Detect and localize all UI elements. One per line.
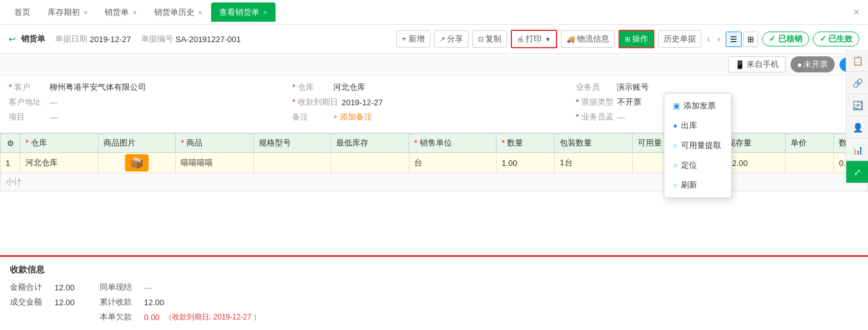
operation-dropdown: ▣ 添加发票 ● 出库 ○ 可用量提取 ○ 定位 ○ 刷新 [664, 93, 732, 198]
transaction-row: 成交金额 12.00 [10, 297, 75, 308]
dropdown-item-invoice[interactable]: ▣ 添加发票 [664, 96, 731, 116]
cumulative-value: 12.00 [144, 298, 165, 307]
share-button[interactable]: ↗ 分享 [434, 30, 469, 48]
print-button[interactable]: 🖨 打印 ▼ [511, 30, 557, 48]
note-field: 备注 + 添加备注 [292, 111, 576, 123]
project-value: — [50, 113, 58, 122]
effective-label: 已生效 [828, 34, 853, 43]
refresh-label: 刷新 [681, 180, 697, 191]
tab-home[interactable]: 首页 [6, 2, 38, 22]
share-label: 分享 [447, 33, 463, 45]
transaction-label: 成交金额 [10, 297, 50, 308]
invoice-icon: ▣ [673, 102, 680, 110]
new-button[interactable]: + 新增 [396, 30, 430, 48]
logistics-label: 物流信息 [577, 33, 609, 45]
payment-info: 收款信息 金额合计 12.00 成交金额 12.00 同单现结 — [10, 264, 270, 323]
status-icon: ● [797, 60, 802, 69]
window-close-button[interactable]: × [851, 4, 862, 20]
phone-icon: 📱 [735, 60, 745, 69]
tab-label: 库存期初 [48, 7, 80, 18]
doc-title-area: ↩ 销货单 [9, 33, 45, 45]
dropdown-item-locate[interactable]: ○ 定位 [664, 155, 731, 175]
tab-view-sales[interactable]: 查看销货单 × [211, 2, 275, 22]
sub-toolbar: 📱 来自手机 ● 未开票 © [0, 54, 868, 76]
doc-meta: 单据日期 2019-12-27 单据编号 SA-20191227-001 [55, 33, 241, 45]
operation-button[interactable]: ⊞ 操作 [618, 30, 654, 48]
doc-header: ↩ 销货单 单据日期 2019-12-27 单据编号 SA-20191227-0… [0, 25, 868, 54]
project-field: 项目 — [9, 111, 292, 123]
staff-label: 业务员 [576, 82, 613, 93]
from-phone-button[interactable]: 📱 来自手机 [728, 56, 786, 72]
print-label: 打印 [526, 33, 542, 45]
dropdown-item-refresh[interactable]: ○ 刷新 [664, 175, 731, 195]
right-icon-4[interactable]: 👤 [846, 116, 868, 139]
tab-close-icon[interactable]: × [132, 9, 136, 16]
right-icon-1[interactable]: 📋 [846, 50, 868, 72]
address-value: — [50, 98, 58, 107]
right-icon-2[interactable]: 🔗 [846, 72, 868, 94]
same-order-label: 同单现结 [100, 282, 139, 293]
list-view-button[interactable]: ☰ [726, 32, 742, 47]
col-product: 商品 [176, 134, 254, 153]
history-button[interactable]: 历史单据 [658, 30, 701, 48]
transaction-value: 12.00 [54, 298, 75, 307]
payment-col-1: 金额合计 12.00 成交金额 12.00 [10, 282, 75, 323]
col-config[interactable]: ⚙ [1, 134, 20, 153]
add-note-button[interactable]: + 添加备注 [333, 111, 372, 123]
next-arrow[interactable]: › [716, 34, 723, 44]
due-date-note: （收款到期日: 2019-12-27 ） [165, 312, 261, 323]
warehouse-value: 河北仓库 [333, 82, 365, 93]
tab-inventory[interactable]: 库存期初 × [40, 2, 95, 22]
outbound-label: 出库 [681, 120, 697, 131]
col-spec: 规格型号 [253, 134, 331, 153]
col-image: 商品图片 [98, 134, 176, 153]
project-label: 项目 [9, 111, 46, 123]
tab-bar: 首页 库存期初 × 销货单 × 销货单历史 × 查看销货单 × × [0, 0, 868, 25]
prev-arrow[interactable]: ‹ [705, 34, 712, 44]
tab-label: 销货单 [105, 7, 129, 18]
tab-sales[interactable]: 销货单 × [97, 2, 144, 22]
row-product: 嘻嘻嘻嘻 [176, 153, 254, 173]
staff-value: 演示账号 [617, 82, 649, 93]
tab-close-icon[interactable]: × [84, 9, 87, 16]
right-icon-5[interactable]: 📊 [846, 139, 868, 161]
dropdown-item-available[interactable]: ○ 可用量提取 [664, 136, 731, 155]
subtotal-row: 小计 [1, 173, 868, 191]
tab-close-icon[interactable]: × [263, 9, 267, 16]
right-icon-3[interactable]: 🔄 [846, 94, 868, 116]
doc-title: 销货单 [21, 33, 45, 45]
grid-view-button[interactable]: ⊞ [743, 32, 758, 47]
table-row: 1 河北仓库 📦 嘻嘻嘻嘻 台 1.00 1台 12.00 0. [1, 153, 868, 173]
logistics-button[interactable]: 🚚 物流信息 [561, 30, 615, 48]
current-due-value: 0.00 [144, 313, 160, 322]
col-min-stock: 最低库存 [331, 134, 409, 153]
tab-sales-history[interactable]: 销货单历史 × [146, 2, 210, 22]
outbound-icon: ● [673, 121, 677, 130]
cumulative-label: 累计收款 [100, 297, 139, 308]
main-content: ↩ 销货单 单据日期 2019-12-27 单据编号 SA-20191227-0… [0, 25, 868, 330]
col-unit: 销售单位 [409, 134, 496, 153]
toolbar: + 新增 ↗ 分享 ⊡ 复制 🖨 打印 ▼ 🚚 物流信息 ⊞ 操作 [396, 30, 859, 48]
tab-label: 销货单历史 [154, 7, 194, 18]
row-qty: 1.00 [497, 153, 555, 173]
staff-field: 业务员 演示账号 [576, 82, 859, 93]
dropdown-item-outbound[interactable]: ● 出库 [664, 116, 731, 136]
copy-button[interactable]: ⊡ 复制 [472, 30, 507, 48]
copy-label: 复制 [485, 33, 501, 45]
locate-label: 定位 [681, 160, 697, 171]
address-field: 客户地址 — [9, 97, 292, 108]
right-icon-6[interactable]: ⤢ [846, 161, 868, 183]
bottom-panel: 收款信息 金额合计 12.00 成交金额 12.00 同单现结 — [0, 255, 868, 330]
doc-icon: ↩ [9, 34, 16, 44]
not-open-button[interactable]: ● 未开票 [791, 56, 835, 72]
locate-icon: ○ [673, 161, 677, 170]
current-due-label: 本单欠款 [100, 311, 139, 323]
address-label: 客户地址 [9, 97, 46, 108]
subtotal-label: 小计 [1, 173, 868, 191]
cumulative-row: 累计收款 12.00 [100, 297, 261, 308]
cancelled-label: 已核销 [778, 34, 802, 43]
tab-close-icon[interactable]: × [198, 9, 202, 16]
warehouse-field: 仓库 河北仓库 [292, 82, 576, 93]
table-area: ⚙ 仓库 商品图片 商品 规格型号 最低库存 销售单位 数量 包装数量 可用量（… [0, 133, 868, 255]
same-order-row: 同单现结 — [100, 282, 261, 293]
